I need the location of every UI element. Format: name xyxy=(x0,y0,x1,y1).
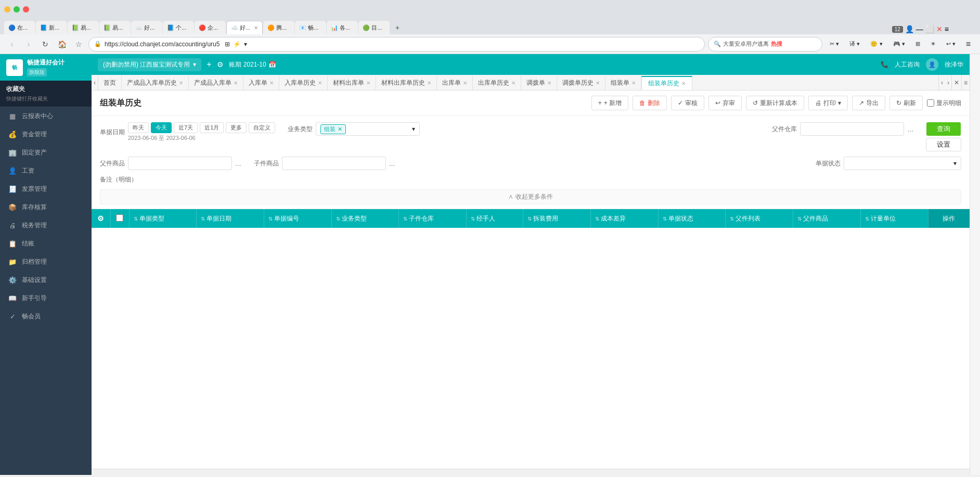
tab-assembly[interactable]: 组装单 ✕ xyxy=(605,76,641,91)
close-icon[interactable]: ✕ xyxy=(234,80,238,86)
window-control-min[interactable] xyxy=(4,6,10,12)
tab-close-icon[interactable]: ✕ xyxy=(254,25,258,31)
col-disassemble-fee[interactable]: ⇅拆装费用 xyxy=(523,209,591,228)
col-doc-date[interactable]: ⇅单据日期 xyxy=(197,209,264,228)
sidebar-item-tax[interactable]: 🖨 税务管理 xyxy=(0,216,92,235)
child-goods-more-btn[interactable]: ... xyxy=(389,159,395,167)
date-1month-btn[interactable]: 近1月 xyxy=(200,122,224,133)
parent-warehouse-input[interactable] xyxy=(800,122,904,136)
refresh-button[interactable]: ↻ 刷新 xyxy=(889,96,923,110)
close-icon[interactable]: ✕ xyxy=(463,80,467,86)
menu-button[interactable]: ≡ xyxy=(962,38,975,50)
close-window-icon[interactable]: ✕ xyxy=(936,25,943,33)
brightness-button[interactable]: ☀ xyxy=(926,38,940,50)
game-button[interactable]: 🎮 ▾ xyxy=(889,38,909,50)
lightning-icon[interactable]: ⚡ xyxy=(233,41,241,48)
browser-tab[interactable]: 📗易... xyxy=(99,21,131,34)
undo-button[interactable]: ↩ ▾ xyxy=(942,38,960,50)
close-icon[interactable]: ✕ xyxy=(366,80,370,86)
date-yesterday-btn[interactable]: 昨天 xyxy=(128,122,149,133)
tab-inbound-history[interactable]: 入库单历史 ✕ xyxy=(279,76,328,91)
browser-tab[interactable]: 📧畅... xyxy=(295,21,326,34)
dropdown-icon[interactable]: ▾ xyxy=(244,41,247,48)
date-today-btn[interactable]: 今天 xyxy=(151,122,172,133)
tab-outbound[interactable]: 出库单 ✕ xyxy=(437,76,473,91)
tab-material-outbound-history[interactable]: 材料出库单历史 ✕ xyxy=(376,76,437,91)
browser-tab[interactable]: 🟢目... xyxy=(358,21,390,34)
col-parent-list[interactable]: ⇅父件列表 xyxy=(726,209,793,228)
company-selector[interactable]: (勿删勿禁用) 江西服宝测试专用 ▾ xyxy=(98,58,201,71)
export-button[interactable]: ↗ 导出 xyxy=(852,96,885,110)
biz-type-dropdown[interactable]: 组装 ✕ ▾ xyxy=(316,122,420,136)
home-button[interactable]: 🏠 xyxy=(55,37,69,51)
window-control-max[interactable] xyxy=(14,6,20,12)
select-all-checkbox[interactable] xyxy=(116,214,123,222)
tab-menu-button[interactable]: ≡ xyxy=(961,75,970,91)
tab-nav-prev[interactable]: ‹ xyxy=(939,75,945,91)
close-icon[interactable]: ✕ xyxy=(427,80,431,86)
close-icon[interactable]: ✕ xyxy=(511,80,515,86)
tab-transfer-history[interactable]: 调拨单历史 ✕ xyxy=(557,76,605,91)
close-icon[interactable]: ✕ xyxy=(631,80,636,86)
back-button[interactable]: ‹ xyxy=(5,37,19,51)
sidebar-item-invoice[interactable]: 🧾 发票管理 xyxy=(0,180,92,198)
sidebar-item-fixed-assets[interactable]: 🏢 固定资产 xyxy=(0,144,92,162)
col-parent-goods[interactable]: ⇅父件商品 xyxy=(793,209,861,228)
sidebar-item-reports[interactable]: ▦ 云报表中心 xyxy=(0,107,92,125)
date-more-btn[interactable]: 更多 xyxy=(226,122,247,133)
cut-button[interactable]: ✂ ▾ xyxy=(826,38,843,50)
sidebar-item-member[interactable]: ✓ 畅会员 xyxy=(0,307,92,326)
sidebar-item-settings[interactable]: ⚙️ 基础设置 xyxy=(0,271,92,289)
close-icon[interactable]: ✕ xyxy=(269,80,274,86)
show-detail-checkbox-label[interactable]: 显示明细 xyxy=(927,99,961,108)
settings-gear-button[interactable]: ⚙ xyxy=(217,60,224,69)
bookmark-button[interactable]: ☆ xyxy=(72,37,85,51)
search-bar[interactable]: 🔍 大量安卓用户逃离 热搜 xyxy=(708,37,822,51)
tab-transfer[interactable]: 调拨单 ✕ xyxy=(521,76,557,91)
close-icon[interactable]: ✕ xyxy=(318,80,322,86)
close-icon[interactable]: ✕ xyxy=(547,80,551,86)
close-icon[interactable]: ✕ xyxy=(681,81,686,86)
close-icon[interactable]: ✕ xyxy=(596,80,600,86)
bottom-scrollbar[interactable] xyxy=(92,469,970,475)
date-custom-btn[interactable]: 自定义 xyxy=(249,122,275,133)
approve-button[interactable]: ✓ 审核 xyxy=(671,96,704,110)
browser-tab[interactable]: 📘个... xyxy=(163,21,194,34)
tab-inbound[interactable]: 入库单 ✕ xyxy=(243,76,279,91)
emoji-button[interactable]: 🙂 ▾ xyxy=(866,38,886,50)
delete-button[interactable]: 🗑 删除 xyxy=(633,96,667,110)
col-cost-diff[interactable]: ⇅成本差异 xyxy=(590,209,658,228)
doc-status-dropdown[interactable]: ▾ xyxy=(844,157,961,170)
date-7days-btn[interactable]: 近7天 xyxy=(174,122,198,133)
new-tab-button[interactable]: + xyxy=(390,21,405,34)
show-detail-checkbox[interactable] xyxy=(927,99,934,107)
tab-product-inbound[interactable]: 产成品入库单 ✕ xyxy=(189,76,243,91)
tag-remove-icon[interactable]: ✕ xyxy=(338,126,342,133)
translate-button[interactable]: 译 ▾ xyxy=(845,38,864,50)
favorites-sub[interactable]: 快捷键打开收藏夹 xyxy=(6,95,85,102)
query-button[interactable]: 查询 xyxy=(926,122,961,136)
browser-tab[interactable]: ☁️好... xyxy=(131,21,162,34)
browser-tab[interactable]: 🔴企... xyxy=(195,21,226,34)
browser-tab[interactable]: 🟠腾... xyxy=(263,21,294,34)
col-unit[interactable]: ⇅计量单位 xyxy=(860,209,928,228)
tab-material-outbound[interactable]: 材料出库单 ✕ xyxy=(328,76,376,91)
sidebar-item-payroll[interactable]: 👤 工资 xyxy=(0,162,92,180)
tab-nav-left[interactable]: ‹ xyxy=(92,75,98,91)
tab-product-inbound-history[interactable]: 产成品入库单历史 ✕ xyxy=(122,76,189,91)
tab-home[interactable]: 首页 xyxy=(98,76,122,91)
col-biz-type[interactable]: ⇅业务类型 xyxy=(331,209,399,228)
child-goods-input[interactable] xyxy=(282,157,386,170)
grid-button[interactable]: ⊞ xyxy=(911,38,924,50)
window-control-close[interactable] xyxy=(23,6,29,12)
minimize-icon[interactable]: — xyxy=(916,25,923,33)
recalculate-button[interactable]: ↺ 重新计算成本 xyxy=(746,96,804,110)
close-all-tabs[interactable]: ✕ xyxy=(951,75,961,91)
print-button[interactable]: 🖨 打印 ▾ xyxy=(808,96,848,110)
browser-tab[interactable]: 🔵在... xyxy=(4,21,35,34)
sidebar-item-guide[interactable]: 📖 新手引导 xyxy=(0,289,92,307)
parent-goods-input[interactable] xyxy=(128,157,232,170)
browser-tab[interactable]: 📘新... xyxy=(36,21,67,34)
tab-assembly-history[interactable]: 组装单历史 ✕ xyxy=(641,76,692,91)
add-company-button[interactable]: + xyxy=(207,60,211,69)
